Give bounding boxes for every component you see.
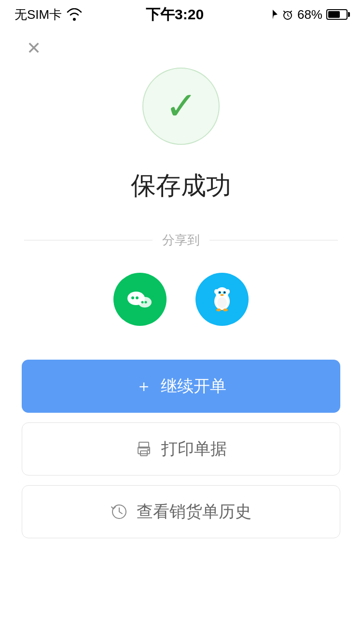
- main-content: ✓ 保存成功 分享到: [0, 29, 362, 538]
- svg-point-18: [226, 289, 230, 294]
- continue-order-label: 继续开单: [161, 375, 226, 397]
- wifi-icon: [67, 8, 82, 21]
- svg-point-11: [219, 292, 221, 293]
- print-receipt-button[interactable]: 打印单据: [22, 422, 340, 476]
- status-left: 无SIM卡: [14, 6, 82, 23]
- status-right: 68%: [267, 7, 348, 22]
- svg-point-22: [147, 449, 149, 451]
- svg-point-6: [144, 301, 147, 303]
- svg-point-14: [217, 297, 227, 308]
- svg-point-17: [214, 289, 218, 294]
- close-button[interactable]: ✕: [22, 36, 46, 60]
- share-divider: 分享到: [0, 232, 362, 249]
- alarm-icon: [282, 9, 293, 20]
- battery-icon: [326, 9, 348, 20]
- success-title: 保存成功: [131, 169, 231, 203]
- print-receipt-label: 打印单据: [161, 438, 227, 460]
- checkmark-icon: ✓: [165, 87, 197, 126]
- divider-line-right: [209, 240, 338, 240]
- view-history-button[interactable]: 查看销货单历史: [22, 485, 340, 538]
- svg-point-16: [223, 308, 228, 311]
- svg-point-12: [224, 292, 225, 293]
- svg-point-3: [136, 296, 139, 299]
- svg-point-2: [131, 296, 134, 299]
- success-circle: ✓: [142, 68, 220, 145]
- share-label: 分享到: [153, 232, 209, 249]
- action-buttons: ＋ 继续开单 打印单据 查看销货单历史: [0, 360, 362, 538]
- share-icons-row: [113, 273, 249, 326]
- continue-order-button[interactable]: ＋ 继续开单: [22, 360, 340, 413]
- status-bar: 无SIM卡 下午3:20 68%: [0, 0, 362, 29]
- battery-percent: 68%: [297, 7, 322, 22]
- wechat-icon: [125, 284, 156, 315]
- location-icon: [267, 9, 278, 20]
- svg-point-15: [216, 308, 221, 311]
- qq-share-button[interactable]: [195, 273, 249, 326]
- printer-icon: [135, 440, 153, 458]
- view-history-label: 查看销货单历史: [137, 501, 251, 523]
- history-icon: [111, 503, 128, 520]
- plus-icon: ＋: [136, 375, 152, 397]
- carrier-text: 无SIM卡: [14, 6, 62, 23]
- close-icon: ✕: [27, 40, 41, 57]
- svg-point-5: [141, 301, 143, 303]
- divider-line-left: [24, 240, 153, 240]
- status-time: 下午3:20: [146, 5, 204, 25]
- qq-icon: [207, 284, 238, 315]
- wechat-share-button[interactable]: [113, 273, 167, 326]
- svg-point-13: [220, 294, 223, 296]
